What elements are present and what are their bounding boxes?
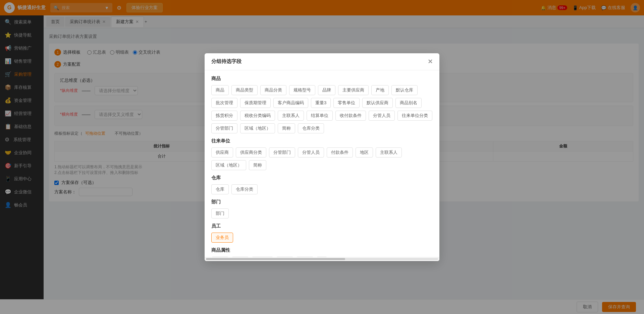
horizontal-scrollbar[interactable]: [206, 258, 438, 260]
field-tag-warehouse[interactable]: 仓库: [211, 184, 229, 194]
field-tag-product-type[interactable]: 商品类型: [231, 85, 258, 95]
field-tag-settlement-unit[interactable]: 结算单位: [307, 111, 333, 121]
field-tag-default-warehouse[interactable]: 默认仓库: [391, 85, 418, 95]
field-tag-dept-person[interactable]: 分管人员: [298, 147, 324, 158]
field-tag-dept[interactable]: 分管部门: [269, 147, 295, 158]
field-tag-region2[interactable]: 区域（地区）: [211, 160, 246, 170]
field-tag-payment-cond[interactable]: 付款条件: [327, 147, 353, 158]
field-tag-salesperson[interactable]: 业务员: [211, 233, 233, 243]
section-product-title: 商品: [211, 76, 433, 82]
field-tag-default-supplier[interactable]: 默认供应商: [362, 98, 393, 108]
field-tag-brand[interactable]: 品牌: [318, 85, 335, 95]
field-tag-source-unit-cat[interactable]: 往来单位分类: [397, 111, 432, 121]
section-employee-title: 员工: [211, 223, 433, 229]
field-tag-department[interactable]: 部门: [211, 208, 229, 218]
field-tag-short-name2[interactable]: 简称: [249, 160, 266, 170]
field-tag-product-category[interactable]: 商品分类: [260, 85, 286, 95]
modal-header: 分组待选字段 ✕: [205, 53, 439, 70]
field-tag-weight3[interactable]: 重量3: [311, 98, 331, 108]
field-tag-short-name[interactable]: 简称: [278, 123, 295, 133]
field-tag-supplier-cat[interactable]: 供应商分类: [236, 147, 266, 158]
modal-footer-scroll: [205, 257, 439, 261]
section-partner-title: 往来单位: [211, 138, 433, 144]
field-tag-customer-code[interactable]: 客户商品编码: [273, 98, 308, 108]
section-dept-grid: 部门: [211, 208, 433, 218]
field-tag-spec-type[interactable]: 规格型号: [289, 85, 315, 95]
modal-close-button[interactable]: ✕: [428, 58, 433, 65]
modal-dialog: 分组待选字段 ✕ 商品 商品 商品类型 商品分类 规格型号 品牌 主要供应商 产…: [205, 53, 439, 261]
field-tag-pickup-points[interactable]: 拣货积分: [211, 111, 237, 121]
section-employee-grid: 业务员: [211, 233, 433, 243]
field-tag-mgmt-dept[interactable]: 分管部门: [211, 123, 237, 133]
field-tag-manager[interactable]: 分管人员: [369, 111, 395, 121]
modal-title: 分组待选字段: [211, 58, 241, 65]
field-tag-main-contact2[interactable]: 主联系人: [376, 147, 402, 158]
section-partner-grid: 供应商 供应商分类 分管部门 分管人员 付款条件 地区 主联系人 区域（地区） …: [211, 147, 433, 170]
field-tag-product[interactable]: 商品: [211, 85, 229, 95]
field-tag-origin[interactable]: 产地: [371, 85, 389, 95]
modal-body: 商品 商品 商品类型 商品分类 规格型号 品牌 主要供应商 产地 默认仓库 批次…: [205, 70, 439, 257]
field-tag-payment-terms[interactable]: 收付款条件: [335, 111, 366, 121]
field-tag-area[interactable]: 地区: [356, 147, 373, 158]
scroll-thumb: [206, 258, 345, 260]
field-tag-warehouse-cat[interactable]: 仓库分类: [298, 123, 324, 133]
field-tag-expiry-mgmt[interactable]: 保质期管理: [240, 98, 271, 108]
field-tag-retail-unit[interactable]: 零售单位: [333, 98, 360, 108]
section-product-grid: 商品 商品类型 商品分类 规格型号 品牌 主要供应商 产地 默认仓库 批次管理 …: [211, 85, 433, 133]
field-tag-region[interactable]: 区域（地区）: [240, 123, 275, 133]
field-tag-warehouse-cat2[interactable]: 仓库分类: [231, 184, 258, 194]
field-tag-supplier[interactable]: 供应商: [211, 147, 233, 158]
field-tag-main-supplier[interactable]: 主要供应商: [338, 85, 369, 95]
field-tag-tax-code[interactable]: 税收分类编码: [240, 111, 275, 121]
section-warehouse-title: 仓库: [211, 175, 433, 181]
field-tag-batch-mgmt[interactable]: 批次管理: [211, 98, 237, 108]
section-warehouse-grid: 仓库 仓库分类: [211, 184, 433, 194]
section-dept-title: 部门: [211, 199, 433, 205]
section-product-attr-title: 商品属性: [211, 247, 433, 253]
modal-overlay: 分组待选字段 ✕ 商品 商品 商品类型 商品分类 规格型号 品牌 主要供应商 产…: [0, 0, 644, 314]
field-tag-main-contact[interactable]: 主联系人: [278, 111, 304, 121]
field-tag-product-alias[interactable]: 商品别名: [395, 98, 422, 108]
